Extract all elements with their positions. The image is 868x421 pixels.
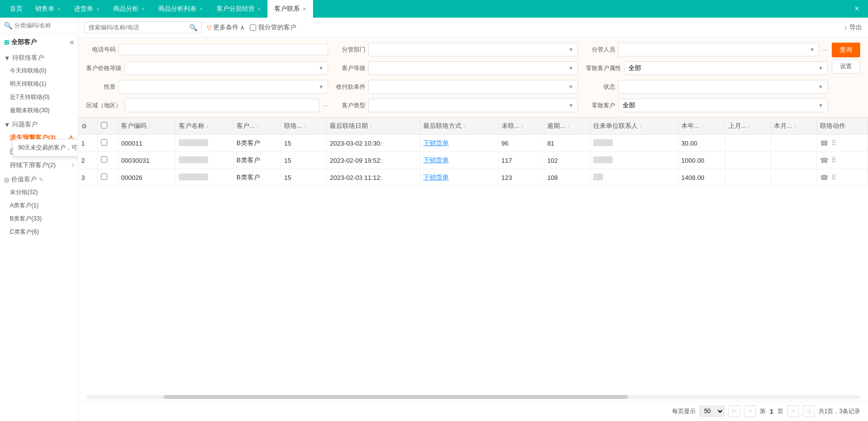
row2-checkbox[interactable]	[101, 156, 107, 163]
row3-contact-icon[interactable]: ☎	[820, 173, 828, 181]
filter-price-level: 客户价格等级 ▼	[86, 61, 328, 75]
col-this-year[interactable]: 本年... ↕	[678, 118, 725, 135]
filter-dept-select[interactable]: ▼	[368, 43, 578, 56]
next-page-btn[interactable]: >	[787, 405, 799, 417]
query-button[interactable]: 查询	[832, 43, 860, 57]
col-this-month[interactable]: 本月... ↕	[771, 118, 817, 135]
filter-customer-type-select[interactable]: ▼	[368, 99, 578, 112]
filter-person-more[interactable]: ···	[822, 46, 828, 53]
sidebar-root[interactable]: ⊞ 全部客户 «	[0, 34, 78, 50]
search-submit-icon[interactable]: 🔍	[189, 24, 197, 31]
table-settings-icon[interactable]: ⚙	[81, 123, 87, 130]
select-all-checkbox[interactable]	[101, 122, 107, 128]
scrollbar-thumb[interactable]	[164, 395, 628, 399]
row3-unit-contact-blur	[593, 173, 603, 180]
prev-page-btn[interactable]: <	[744, 405, 756, 417]
close-purchase-tab[interactable]: ×	[96, 6, 99, 12]
settings-button[interactable]: 设置	[832, 59, 860, 74]
sidebar-item-overdue[interactable]: 逾期未联络(30)	[0, 104, 78, 117]
nav-product-analysis-list[interactable]: 商品分析列表 ×	[151, 0, 209, 18]
nav-purchase[interactable]: 进货单 ×	[67, 0, 106, 18]
more-conditions-btn[interactable]: ▽ 更多条件 ∧	[207, 23, 245, 32]
sidebar-item-tomorrow[interactable]: 明天待联络(1)	[0, 77, 78, 91]
row2-method-link[interactable]: 下销货单	[423, 156, 449, 164]
more-conditions-arrow: ∧	[240, 24, 245, 31]
close-product-analysis-tab[interactable]: ×	[142, 6, 145, 12]
row1-more-icon[interactable]: ⠿	[831, 139, 836, 147]
row3-method-link[interactable]: 下销货单	[423, 173, 449, 181]
dept-chevron-icon: ▼	[568, 47, 574, 52]
my-customers-check[interactable]	[250, 25, 256, 31]
search-bar: 🔍 ▽ 更多条件 ∧ 我分管的客户 ↑ 导出	[78, 18, 868, 38]
customer-type-chevron-icon: ▼	[568, 102, 574, 108]
sidebar-item-7days[interactable]: 近7天待联络(0)	[0, 91, 78, 104]
col-overdue[interactable]: 逾期... ↕	[544, 118, 590, 135]
sidebar-group-pending[interactable]: ▼ 待联络客户	[0, 50, 78, 64]
filter-payment-label: 收付款条件	[336, 83, 365, 91]
filter-dept-label: 分管部门	[336, 46, 365, 54]
close-all-btn[interactable]: ×	[850, 4, 864, 13]
close-product-list-tab[interactable]: ×	[199, 6, 202, 12]
close-sales-tab[interactable]: ×	[57, 6, 60, 12]
filter-icon: ▽	[207, 24, 212, 31]
row2-contact-icon[interactable]: ☎	[820, 156, 828, 164]
sidebar-item-a-class[interactable]: A类客户(1)	[0, 199, 78, 212]
filter-nature-select[interactable]: ▼	[119, 80, 328, 94]
filter-phone-input[interactable]	[119, 44, 328, 55]
per-page-select[interactable]: 50 20 100	[699, 406, 724, 417]
filter-status-select[interactable]: ▼	[618, 80, 828, 94]
sidebar-collapse-btn[interactable]: «	[70, 38, 74, 47]
sidebar-group-problem[interactable]: ▼ 问题客户	[0, 117, 78, 131]
filter-scattered-attr-select[interactable]: 全部▼	[624, 61, 828, 75]
nav-customer-contact[interactable]: 客户联系 ×	[267, 0, 313, 18]
sidebar-item-today[interactable]: 今天待联络(0)	[0, 64, 78, 77]
first-page-btn[interactable]: |<	[728, 405, 740, 417]
col-uncontacted[interactable]: 未联... ↕	[498, 118, 544, 135]
row3-checkbox[interactable]	[101, 173, 107, 180]
close-customer-tier-tab[interactable]: ×	[258, 6, 261, 12]
col-last-date[interactable]: 最后联络日期 ↕	[327, 118, 420, 135]
sidebar-item-declining[interactable]: 持续下滑客户(2) ℹ	[0, 158, 78, 172]
col-contact-count[interactable]: 联络... ↕	[281, 118, 327, 135]
row3-more-icon[interactable]: ⠿	[831, 173, 836, 181]
filter-price-level-select[interactable]: ▼	[124, 61, 328, 75]
horizontal-scrollbar[interactable]	[78, 393, 868, 401]
row1-contact-icon[interactable]: ☎	[820, 139, 828, 147]
nav-product-analysis[interactable]: 商品分析 ×	[106, 0, 151, 18]
export-btn[interactable]: ↑ 导出	[844, 23, 863, 32]
col-unit-contact[interactable]: 往来单位联系人 ↕	[590, 118, 678, 135]
col-last-month[interactable]: 上月... ↕	[725, 118, 771, 135]
sidebar-search-input[interactable]	[14, 22, 74, 29]
nav-home[interactable]: 首页	[4, 0, 28, 18]
sidebar-item-b-class[interactable]: B类客户(33)	[0, 212, 78, 225]
filter-region-more[interactable]: ···	[322, 101, 328, 109]
last-page-btn[interactable]: >|	[803, 405, 815, 417]
filter-payment-select[interactable]: ▼	[368, 80, 578, 94]
filter-scattered-customer-select[interactable]: 全部▼	[618, 99, 828, 112]
row1-checkbox[interactable]	[101, 139, 107, 146]
row1-method-link[interactable]: 下销货单	[423, 139, 449, 147]
col-last-method[interactable]: 最后联络方式 ↕	[420, 118, 498, 135]
row2-code: 00030031	[118, 152, 176, 169]
row1-this-month	[771, 135, 817, 152]
row2-this-year: 1000.00	[678, 152, 725, 169]
nav-customer-tier[interactable]: 客户分层经营 ×	[210, 0, 267, 18]
filter-region-select[interactable]	[124, 99, 319, 112]
row2-check	[97, 152, 118, 169]
col-code[interactable]: 客户编码 ↕	[118, 118, 176, 135]
nav-sales[interactable]: 销售单 ×	[28, 0, 67, 18]
sidebar-item-c-class[interactable]: C类客户(6)	[0, 225, 78, 239]
my-customers-checkbox[interactable]: 我分管的客户	[250, 23, 296, 32]
col-name[interactable]: 客户名称 ↕	[176, 118, 234, 135]
col-type[interactable]: 客户... ↕	[233, 118, 281, 135]
sidebar-item-ungrouped[interactable]: 未分组(32)	[0, 186, 78, 199]
page-of: 页	[777, 407, 783, 416]
filter-person-select[interactable]: ▼	[618, 43, 819, 56]
filter-customer-level-select[interactable]: ▼	[368, 61, 578, 75]
filter-row-2: 客户价格等级 ▼ 客户等级 ▼ 零散客户属性	[86, 61, 828, 75]
search-input[interactable]	[89, 24, 189, 31]
row2-more-icon[interactable]: ⠿	[831, 156, 836, 164]
close-customer-contact-tab[interactable]: ×	[303, 6, 306, 12]
filter-nature-label: 性质	[86, 83, 116, 91]
sidebar-group-value[interactable]: ◎ 价值客户 ✎	[0, 172, 78, 186]
